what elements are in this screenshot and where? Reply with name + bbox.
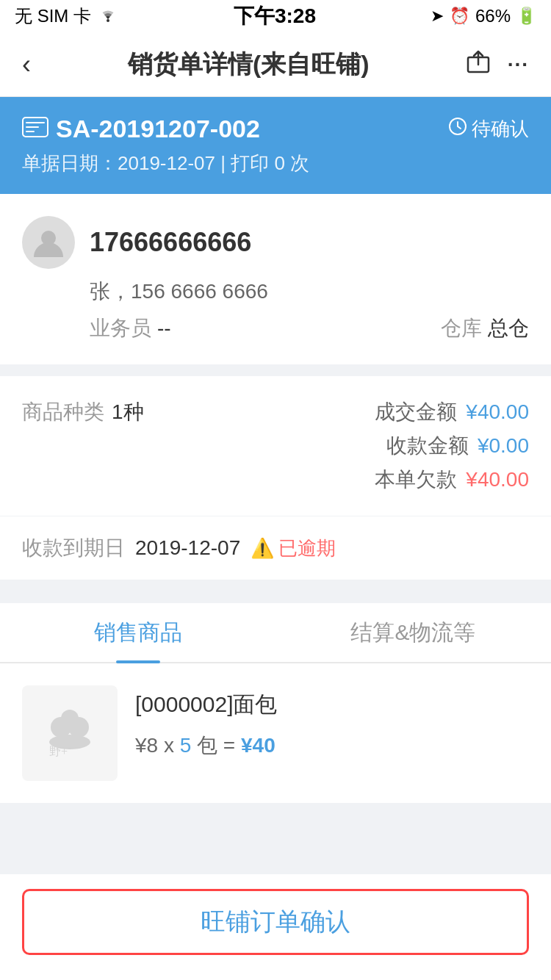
transaction-value: ¥40.00 [466, 400, 529, 424]
status-bar: 无 SIM 卡 下午3:28 ➤ ⏰ 66% 🔋 [0, 0, 551, 32]
share-button[interactable] [467, 50, 490, 79]
salesperson-label: 业务员 [90, 314, 151, 342]
nav-bar: ‹ 销货单详情(来自旺铺) ··· [0, 32, 551, 97]
wifi-icon [97, 6, 119, 26]
battery-text: 66% [475, 6, 511, 26]
location-icon: ➤ [431, 7, 444, 26]
page-title: 销货单详情(来自旺铺) [128, 48, 370, 82]
warehouse-label: 仓库 [441, 314, 482, 342]
header-card: SA-20191207-002 待确认 单据日期：2019-12-07 | 打印… [0, 97, 551, 194]
svg-point-0 [107, 19, 109, 22]
received-value: ¥0.00 [478, 434, 529, 458]
svg-point-7 [61, 710, 79, 727]
product-name: [0000002]面包 [135, 690, 529, 720]
customer-name: 张，156 6666 6666 [90, 278, 529, 306]
alarm-icon: ⏰ [450, 7, 469, 26]
nav-actions: ··· [467, 50, 529, 79]
battery-icon: 🔋 [516, 7, 536, 26]
product-types-label: 商品种类 [22, 398, 104, 426]
bottom-bar: 旺铺订单确认 [0, 874, 551, 980]
product-item: 野+ [0000002]面包 ¥8 x 5 包 = ¥40 [22, 685, 529, 781]
customer-section: 17666666666 张，156 6666 6666 业务员 -- 仓库 总仓 [0, 194, 551, 364]
due-label: 收款到期日 [22, 534, 125, 562]
product-section: 野+ [0000002]面包 ¥8 x 5 包 = ¥40 [0, 663, 551, 803]
status-bar-left: 无 SIM 卡 [15, 4, 119, 28]
status-bar-right: ➤ ⏰ 66% 🔋 [431, 6, 536, 26]
total-price: ¥40 [241, 734, 276, 757]
quantity: 5 [180, 734, 192, 757]
warehouse-value: 总仓 [488, 314, 529, 342]
overdue-text: 已逾期 [278, 536, 336, 561]
divider-1 [0, 364, 551, 376]
received-label: 收款金额 [386, 432, 469, 460]
confirm-order-button[interactable]: 旺铺订单确认 [22, 889, 529, 955]
summary-right: 成交金额 ¥40.00 收款金额 ¥0.00 本单欠款 ¥40.00 [375, 398, 529, 494]
order-status: 待确认 [448, 116, 529, 142]
customer-meta: 业务员 -- 仓库 总仓 [90, 314, 529, 342]
order-date: 单据日期：2019-12-07 | 打印 0 次 [22, 151, 529, 176]
unit: 包 [197, 734, 217, 757]
owed-value: ¥40.00 [466, 468, 529, 491]
due-section: 收款到期日 2019-12-07 ⚠️ 已逾期 [0, 516, 551, 580]
order-id: SA-20191207-002 [22, 115, 260, 143]
more-button[interactable]: ··· [508, 53, 529, 76]
due-date: 2019-12-07 [135, 536, 240, 560]
order-icon [22, 115, 48, 143]
transaction-label: 成交金额 [375, 398, 457, 426]
svg-text:野+: 野+ [49, 745, 68, 757]
summary-section: 商品种类 1种 成交金额 ¥40.00 收款金额 ¥0.00 本单欠款 ¥40.… [0, 376, 551, 516]
multiply-sign: x [164, 734, 180, 757]
owed-label: 本单欠款 [375, 466, 457, 494]
tab-settlement-logistics[interactable]: 结算&物流等 [276, 603, 551, 662]
salesperson-value: -- [157, 317, 171, 340]
unit-price: ¥8 [135, 734, 158, 757]
product-info: [0000002]面包 ¥8 x 5 包 = ¥40 [135, 685, 529, 760]
overdue-badge: ⚠️ 已逾期 [251, 536, 336, 561]
product-thumbnail: 野+ [22, 685, 118, 781]
equals-sign: = [223, 734, 241, 757]
carrier-text: 无 SIM 卡 [15, 4, 91, 28]
warning-icon: ⚠️ [251, 537, 274, 560]
back-button[interactable]: ‹ [22, 49, 31, 80]
tab-sales-products[interactable]: 销售商品 [0, 603, 276, 662]
status-bar-time: 下午3:28 [234, 2, 316, 30]
product-price: ¥8 x 5 包 = ¥40 [135, 732, 529, 760]
customer-avatar [22, 216, 75, 269]
tabs-row: 销售商品 结算&物流等 [0, 603, 551, 663]
product-types-value: 1种 [112, 398, 144, 426]
clock-icon [448, 117, 467, 141]
divider-2 [0, 580, 551, 591]
customer-phone: 17666666666 [90, 227, 251, 258]
tabs-section: 销售商品 结算&物流等 [0, 603, 551, 663]
